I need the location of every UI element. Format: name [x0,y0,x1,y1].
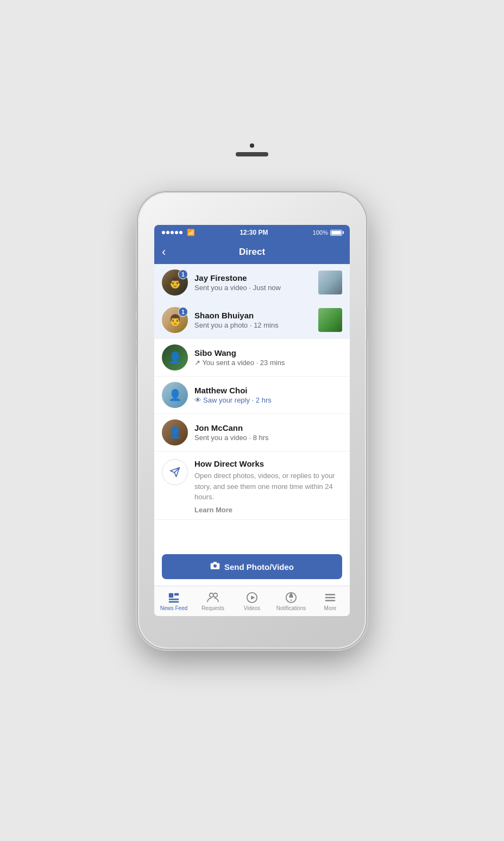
signal-dot-3 [171,231,174,234]
avatar-matthew: 👤 [162,382,188,408]
learn-more-link[interactable]: Learn More [194,506,342,514]
tab-news-feed[interactable]: News Feed [154,586,193,616]
signal-dot-4 [175,231,178,234]
message-item-shaon[interactable]: 👨 1 Shaon Bhuiyan Sent you a photo · 12 … [154,302,350,339]
back-button[interactable]: ‹ [162,245,166,259]
send-button-container: Send Photo/Video [154,548,350,586]
tab-label-requests: Requests [201,605,224,611]
more-icon [324,592,336,604]
notifications-icon [285,592,297,604]
message-name-matthew: Matthew Choi [194,386,342,395]
svg-rect-10 [290,599,292,600]
message-content-jon: Jon McCann Sent you a video · 8 hrs [194,423,342,442]
message-name-jay: Jay Firestone [194,273,313,283]
phone-screen: 📶 12:30 PM 100% ‹ Direct 👨 [154,225,350,616]
tab-label-videos: Videos [244,605,260,611]
content-spacer [154,520,350,548]
tab-more[interactable]: More [311,586,350,616]
message-preview-jon: Sent you a video · 8 hrs [194,434,342,442]
avatar-container-shaon: 👨 1 [162,307,188,333]
tab-bar: News Feed Requests Videos [154,586,350,616]
avatar-container-sibo: 👤 [162,344,188,371]
status-left: 📶 [162,229,195,236]
message-name-shaon: Shaon Bhuiyan [194,311,313,320]
message-preview-jay: Sent you a video · Just now [194,284,313,292]
wifi-icon: 📶 [187,229,195,236]
tab-requests[interactable]: Requests [193,586,232,616]
message-preview-sibo: ↗ You sent a video · 23 mins [194,359,342,367]
how-direct-content: How Direct Works Open direct photos, vid… [194,459,342,514]
signal-dot-5 [179,231,182,234]
tab-label-more: More [324,605,337,611]
svg-point-5 [210,593,213,597]
battery-icon [330,230,342,236]
message-content-jay: Jay Firestone Sent you a video · Just no… [194,273,313,292]
message-item-jay[interactable]: 👨 1 Jay Firestone Sent you a video · Jus… [154,264,350,302]
nav-header: ‹ Direct [154,240,350,264]
status-time: 12:30 PM [240,229,268,236]
signal-dots [162,231,182,234]
unread-badge-jay: 1 [178,269,188,279]
svg-rect-1 [169,593,173,597]
eye-icon: 👁 [194,396,201,404]
phone-device: 📶 12:30 PM 100% ‹ Direct 👨 [138,192,366,649]
message-thumb-shaon [318,308,342,332]
status-bar: 📶 12:30 PM 100% [154,225,350,240]
how-direct-section: How Direct Works Open direct photos, vid… [154,451,350,520]
send-photo-video-button[interactable]: Send Photo/Video [162,554,342,579]
how-direct-title: How Direct Works [194,459,342,468]
svg-rect-4 [169,601,179,602]
message-preview-shaon: Sent you a photo · 12 mins [194,321,313,329]
status-right: 100% [313,229,342,236]
how-direct-desc: Open direct photos, videos, or replies t… [194,470,342,503]
battery-text: 100% [313,229,328,236]
svg-point-0 [213,564,217,568]
message-name-jon: Jon McCann [194,423,342,432]
message-content-matthew: Matthew Choi 👁Saw your reply · 2 hrs [194,386,342,404]
content-area: 👨 1 Jay Firestone Sent you a video · Jus… [154,264,350,586]
avatar-container-jay: 👨 1 [162,269,188,296]
tab-notifications[interactable]: Notifications [272,586,311,616]
message-item-sibo[interactable]: 👤 Sibo Wang ↗ You sent a video · 23 mins [154,339,350,376]
nav-title: Direct [239,247,265,258]
avatar-jon: 👤 [162,419,188,445]
avatar-container-jon: 👤 [162,419,188,445]
unread-badge-shaon: 1 [178,307,188,317]
message-item-jon[interactable]: 👤 Jon McCann Sent you a video · 8 hrs [154,414,350,451]
tab-videos[interactable]: Videos [232,586,272,616]
videos-icon [246,592,258,604]
svg-rect-3 [169,598,179,600]
requests-icon [207,592,219,604]
direct-icon-container [162,459,188,485]
tab-label-notifications: Notifications [276,605,306,611]
message-thumb-jay [318,271,342,294]
signal-dot-2 [166,231,169,234]
message-preview-matthew: 👁Saw your reply · 2 hrs [194,396,342,404]
speaker-bar [236,152,268,156]
news-feed-icon [168,592,180,604]
tab-label-news-feed: News Feed [160,605,188,611]
camera-icon [210,561,220,573]
avatar-container-matthew: 👤 [162,382,188,408]
message-item-matthew[interactable]: 👤 Matthew Choi 👁Saw your reply · 2 hrs [154,376,350,414]
svg-point-6 [213,593,217,597]
message-content-sibo: Sibo Wang ↗ You sent a video · 23 mins [194,348,342,367]
svg-marker-8 [251,595,255,599]
send-button-label: Send Photo/Video [224,562,294,572]
signal-dot-1 [162,231,165,234]
paper-plane-icon [169,467,180,478]
camera-dot [250,143,254,148]
avatar-sibo: 👤 [162,344,188,371]
battery-fill [331,231,341,235]
svg-rect-2 [174,593,179,595]
message-name-sibo: Sibo Wang [194,348,342,357]
message-content-shaon: Shaon Bhuiyan Sent you a photo · 12 mins [194,311,313,329]
